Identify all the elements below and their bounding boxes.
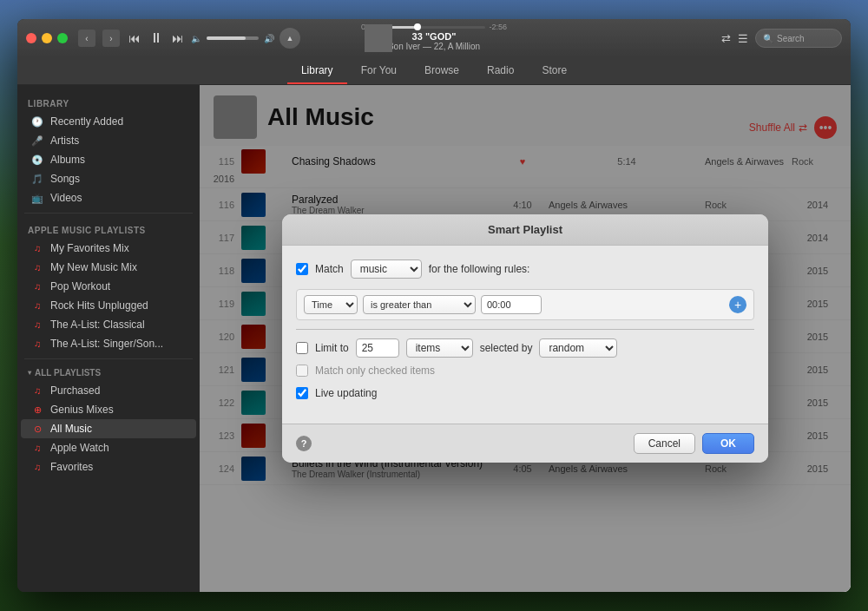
sidebar-item-purchased[interactable]: ♫ Purchased bbox=[21, 381, 196, 400]
queue-button[interactable]: ☰ bbox=[738, 32, 748, 45]
sidebar-item-videos[interactable]: 📺 Videos bbox=[21, 188, 196, 207]
nav-tabs: Library For You Browse Radio Store bbox=[17, 57, 851, 85]
apple-watch-icon: ♫ bbox=[31, 442, 43, 454]
selected-by-select[interactable]: random name artist album bbox=[539, 338, 617, 358]
modal-overlay: Smart Playlist Match music all songs for… bbox=[200, 85, 851, 592]
songs-label: Songs bbox=[50, 173, 80, 185]
previous-button[interactable]: ⏮ bbox=[128, 31, 141, 45]
sidebar-item-albums[interactable]: 💿 Albums bbox=[21, 150, 196, 169]
purchased-icon: ♫ bbox=[31, 384, 43, 397]
modal-footer: ? Cancel OK bbox=[282, 424, 768, 463]
selected-by-label: selected by bbox=[480, 342, 533, 354]
back-button[interactable]: ‹ bbox=[78, 30, 95, 47]
sidebar-item-rock-hits-unplugged[interactable]: ♫ Rock Hits Unplugged bbox=[21, 296, 196, 315]
modal-buttons: Cancel OK bbox=[634, 433, 754, 454]
a-list-singer-icon: ♫ bbox=[31, 338, 43, 350]
airplay-button[interactable]: ▲ bbox=[279, 28, 300, 49]
player-controls: ⏮ ⏸ ⏭ bbox=[128, 30, 184, 46]
rule-condition-select[interactable]: is greater than is less than is is not bbox=[363, 295, 476, 314]
sidebar-item-apple-watch[interactable]: ♫ Apple Watch bbox=[21, 438, 196, 457]
play-pause-button[interactable]: ⏸ bbox=[149, 30, 163, 46]
sidebar-item-favorites[interactable]: ♫ Favorites bbox=[21, 457, 196, 476]
match-label: Match bbox=[315, 263, 344, 275]
a-list-classical-icon: ♫ bbox=[31, 319, 43, 331]
match-select[interactable]: music all songs bbox=[351, 260, 422, 279]
artists-label: Artists bbox=[50, 135, 79, 147]
volume-slider[interactable] bbox=[207, 36, 259, 40]
sidebar-item-all-music[interactable]: ⊙ All Music bbox=[21, 419, 196, 438]
genius-mixes-label: Genius Mixes bbox=[50, 404, 114, 416]
close-button[interactable] bbox=[26, 33, 36, 43]
modal-body: Match music all songs for the following … bbox=[282, 246, 768, 424]
search-placeholder: Search bbox=[777, 34, 805, 43]
help-button[interactable]: ? bbox=[296, 436, 312, 451]
all-music-label: All Music bbox=[50, 423, 92, 435]
forward-button[interactable]: › bbox=[102, 30, 120, 47]
tab-radio[interactable]: Radio bbox=[473, 57, 528, 84]
artists-icon: 🎤 bbox=[31, 135, 43, 147]
all-playlists-chevron-icon: ▾ bbox=[28, 369, 31, 377]
match-checkbox[interactable] bbox=[296, 263, 308, 275]
content-area: All Music Shuffle All ⇄ ••• 115 Chasing … bbox=[200, 85, 851, 592]
titlebar: ‹ › ⏮ ⏸ ⏭ 🔈 🔊 ▲ 0:37 bbox=[17, 19, 851, 57]
next-button[interactable]: ⏭ bbox=[172, 31, 184, 45]
limit-row: Limit to items MB GB hours minutes selec… bbox=[296, 338, 754, 358]
match-checked-label: Match only checked items bbox=[315, 365, 435, 377]
sidebar-item-my-favorites-mix[interactable]: ♫ My Favorites Mix bbox=[21, 239, 196, 258]
maximize-button[interactable] bbox=[57, 33, 68, 43]
limit-value-input[interactable] bbox=[356, 338, 399, 358]
rule-value-input[interactable] bbox=[481, 295, 542, 314]
main-content: LIBRARY 🕐 Recently Added 🎤 Artists 💿 Alb… bbox=[17, 85, 851, 592]
all-playlists-label: All Playlists bbox=[35, 368, 101, 378]
a-list-classical-label: The A-List: Classical bbox=[50, 319, 145, 331]
sidebar-item-recently-added[interactable]: 🕐 Recently Added bbox=[21, 112, 196, 131]
now-playing-artist: Bon Iver — 22, A Million bbox=[388, 42, 480, 51]
search-icon: 🔍 bbox=[763, 34, 773, 43]
tab-store[interactable]: Store bbox=[528, 57, 581, 84]
tab-for-you[interactable]: For You bbox=[347, 57, 411, 84]
sidebar: LIBRARY 🕐 Recently Added 🎤 Artists 💿 Alb… bbox=[17, 85, 200, 592]
traffic-lights bbox=[26, 33, 68, 43]
sidebar-item-the-a-list-singer[interactable]: ♫ The A-List: Singer/Son... bbox=[21, 334, 196, 353]
all-playlists-header[interactable]: ▾ All Playlists bbox=[17, 365, 200, 381]
shuffle-button[interactable]: ⇄ bbox=[721, 32, 731, 45]
ok-button[interactable]: OK bbox=[702, 433, 754, 454]
add-rule-button[interactable]: + bbox=[729, 296, 746, 313]
match-checked-row: Match only checked items bbox=[296, 365, 754, 377]
sidebar-divider-2 bbox=[24, 358, 193, 359]
volume-control[interactable]: 🔈 🔊 bbox=[191, 34, 274, 43]
main-window: ‹ › ⏮ ⏸ ⏭ 🔈 🔊 ▲ 0:37 bbox=[17, 19, 851, 592]
sidebar-item-my-new-music-mix[interactable]: ♫ My New Music Mix bbox=[21, 258, 196, 277]
my-new-music-mix-label: My New Music Mix bbox=[50, 261, 137, 273]
tab-browse[interactable]: Browse bbox=[411, 57, 473, 84]
match-checked-checkbox[interactable] bbox=[296, 365, 308, 377]
sidebar-item-artists[interactable]: 🎤 Artists bbox=[21, 131, 196, 150]
purchased-label: Purchased bbox=[50, 384, 100, 397]
favorites-label: Favorites bbox=[50, 461, 93, 473]
tab-library[interactable]: Library bbox=[287, 57, 347, 84]
rock-hits-unplugged-label: Rock Hits Unplugged bbox=[50, 299, 148, 312]
videos-icon: 📺 bbox=[31, 192, 43, 204]
sidebar-item-pop-workout[interactable]: ♫ Pop Workout bbox=[21, 277, 196, 296]
minimize-button[interactable] bbox=[42, 33, 52, 43]
progress-bar[interactable] bbox=[381, 26, 485, 29]
sidebar-item-the-a-list-classical[interactable]: ♫ The A-List: Classical bbox=[21, 315, 196, 334]
limit-unit-select[interactable]: items MB GB hours minutes bbox=[406, 338, 473, 358]
rules-suffix: for the following rules: bbox=[429, 263, 530, 275]
albums-icon: 💿 bbox=[31, 154, 43, 166]
sidebar-item-songs[interactable]: 🎵 Songs bbox=[21, 169, 196, 188]
songs-icon: 🎵 bbox=[31, 173, 43, 185]
library-section-label: LIBRARY bbox=[17, 92, 200, 112]
rule-field-select[interactable]: Time Name Artist Album Genre Year bbox=[304, 295, 358, 314]
live-updating-checkbox[interactable] bbox=[296, 387, 308, 399]
match-row: Match music all songs for the following … bbox=[296, 260, 754, 279]
pop-workout-label: Pop Workout bbox=[50, 280, 110, 292]
sidebar-item-genius-mixes[interactable]: ⊕ Genius Mixes bbox=[21, 400, 196, 419]
limit-checkbox[interactable] bbox=[296, 342, 308, 354]
modal-title: Smart Playlist bbox=[282, 214, 768, 246]
albums-label: Albums bbox=[50, 154, 85, 166]
cancel-button[interactable]: Cancel bbox=[634, 433, 695, 454]
sidebar-divider-1 bbox=[24, 213, 193, 214]
nav-controls: ‹ › bbox=[78, 30, 120, 47]
search-box[interactable]: 🔍 Search bbox=[755, 29, 842, 48]
